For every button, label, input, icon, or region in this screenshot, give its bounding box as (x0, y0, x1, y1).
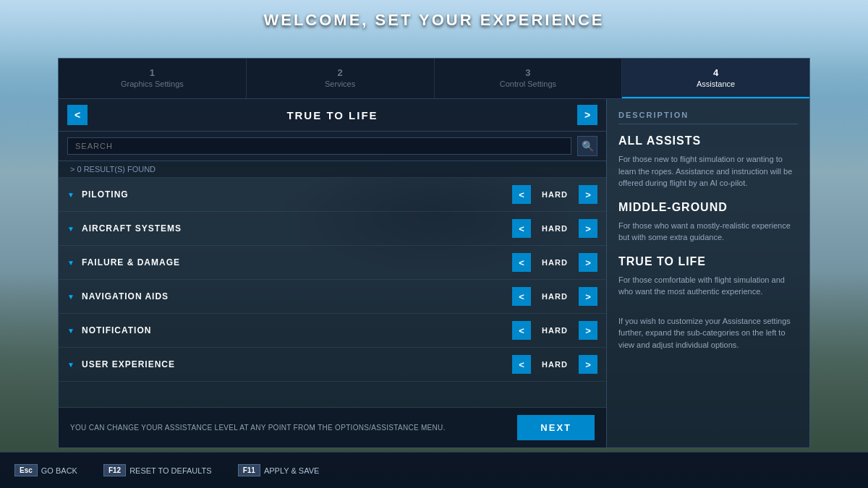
preset-title: TRUE TO LIFE (88, 109, 577, 121)
description-extra-text: If you wish to customize your Assistance… (618, 315, 798, 351)
go-back-button[interactable]: Esc GO BACK (14, 464, 77, 476)
chevron-down-icon: ▼ (67, 225, 76, 233)
user-experience-controls: < HARD > (512, 355, 597, 374)
categories-list: ▼ PILOTING < HARD > ▼ AIRCRAFT SYSTEMS <… (59, 178, 606, 407)
panel-footer: YOU CAN CHANGE YOUR ASSISTANCE LEVEL AT … (59, 407, 606, 448)
search-bar: 🔍 (59, 132, 606, 161)
preset-header: < TRUE TO LIFE > (59, 99, 606, 132)
search-input[interactable] (67, 137, 571, 155)
piloting-prev-button[interactable]: < (512, 185, 531, 204)
user-experience-next-button[interactable]: > (579, 355, 597, 374)
all-assists-text: For those new to flight simulation or wa… (618, 153, 798, 189)
apply-save-button[interactable]: F11 APPLY & SAVE (238, 464, 320, 476)
notification-next-button[interactable]: > (579, 321, 597, 340)
step-services[interactable]: 2 Services (247, 59, 435, 98)
bottom-bar: Esc GO BACK F12 RESET TO DEFAULTS F11 AP… (0, 452, 868, 488)
left-panel: < TRUE TO LIFE > 🔍 > 0 RESULT(S) FOUND ▼… (59, 99, 607, 448)
piloting-controls: < HARD > (512, 185, 597, 204)
middle-ground-title: MIDDLE-GROUND (618, 201, 798, 214)
step-control[interactable]: 3 Control Settings (435, 59, 623, 98)
user-experience-prev-button[interactable]: < (512, 355, 531, 374)
step-assistance[interactable]: 4 Assistance (622, 59, 809, 98)
chevron-down-icon: ▼ (67, 327, 76, 335)
navigation-aids-prev-button[interactable]: < (512, 287, 531, 306)
chevron-down-icon: ▼ (67, 259, 76, 267)
step-graphics[interactable]: 1 Graphics Settings (59, 59, 247, 98)
main-panel: 1 Graphics Settings 2 Services 3 Control… (58, 58, 810, 448)
reset-label: RESET TO DEFAULTS (129, 466, 212, 475)
category-row-piloting[interactable]: ▼ PILOTING < HARD > (59, 178, 606, 212)
preset-prev-button[interactable]: < (67, 105, 88, 125)
navigation-aids-controls: < HARD > (512, 287, 597, 306)
f11-key: F11 (238, 464, 260, 476)
chevron-down-icon: ▼ (67, 191, 76, 199)
apply-label: APPLY & SAVE (264, 466, 319, 475)
category-row-navigation-aids[interactable]: ▼ NAVIGATION AIDS < HARD > (59, 280, 606, 314)
chevron-down-icon: ▼ (67, 361, 76, 369)
description-title: DESCRIPTION (618, 111, 798, 124)
f12-key: F12 (103, 464, 126, 476)
preset-next-button[interactable]: > (577, 105, 597, 125)
reset-defaults-button[interactable]: F12 RESET TO DEFAULTS (103, 464, 212, 476)
category-row-failure-damage[interactable]: ▼ FAILURE & DAMAGE < HARD > (59, 246, 606, 280)
category-row-user-experience[interactable]: ▼ USER EXPERIENCE < HARD > (59, 348, 606, 382)
page-title: WELCOME, SET YOUR EXPERIENCE (0, 11, 868, 30)
steps-bar: 1 Graphics Settings 2 Services 3 Control… (59, 59, 809, 99)
search-button[interactable]: 🔍 (577, 136, 597, 156)
chevron-down-icon: ▼ (67, 293, 76, 301)
true-to-life-title: TRUE TO LIFE (618, 255, 798, 268)
content-area: < TRUE TO LIFE > 🔍 > 0 RESULT(S) FOUND ▼… (59, 99, 809, 448)
failure-damage-prev-button[interactable]: < (512, 253, 531, 272)
aircraft-systems-controls: < HARD > (512, 219, 597, 238)
search-results-row: > 0 RESULT(S) FOUND (59, 161, 606, 178)
navigation-aids-next-button[interactable]: > (579, 287, 597, 306)
middle-ground-text: For those who want a mostly-realistic ex… (618, 220, 798, 244)
footer-note: YOU CAN CHANGE YOUR ASSISTANCE LEVEL AT … (70, 424, 509, 432)
go-back-label: GO BACK (41, 466, 77, 475)
notification-controls: < HARD > (512, 321, 597, 340)
footer-actions: Esc GO BACK F12 RESET TO DEFAULTS F11 AP… (14, 464, 333, 476)
aircraft-systems-prev-button[interactable]: < (512, 219, 531, 238)
failure-damage-controls: < HARD > (512, 253, 597, 272)
failure-damage-next-button[interactable]: > (579, 253, 597, 272)
right-panel: DESCRIPTION ALL ASSISTS For those new to… (607, 99, 809, 448)
aircraft-systems-next-button[interactable]: > (579, 219, 597, 238)
category-row-aircraft-systems[interactable]: ▼ AIRCRAFT SYSTEMS < HARD > (59, 212, 606, 246)
all-assists-title: ALL ASSISTS (618, 134, 798, 147)
esc-key: Esc (14, 464, 38, 476)
notification-prev-button[interactable]: < (512, 321, 531, 340)
piloting-next-button[interactable]: > (579, 185, 597, 204)
next-button[interactable]: NEXT (517, 415, 595, 440)
category-row-notification[interactable]: ▼ NOTIFICATION < HARD > (59, 314, 606, 348)
true-to-life-text: For those comfortable with flight simula… (618, 274, 798, 298)
search-results-text: > 0 RESULT(S) FOUND (67, 165, 158, 174)
